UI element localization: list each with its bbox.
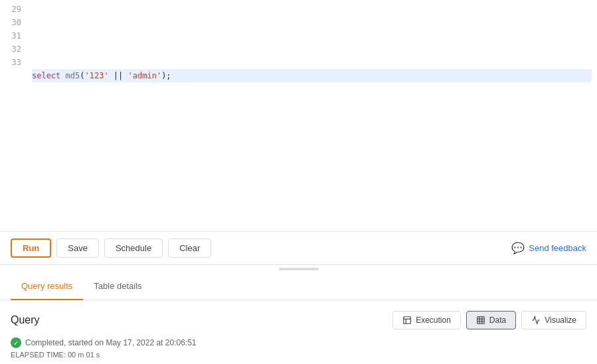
data-button[interactable]: Data xyxy=(466,311,516,329)
elapsed-label: ELAPSED TIME: xyxy=(11,351,66,359)
code-line-29 xyxy=(32,29,592,43)
data-icon xyxy=(476,316,485,325)
send-feedback-button[interactable]: 💬 Send feedback xyxy=(511,242,586,254)
query-title: Query xyxy=(11,314,40,326)
schedule-button[interactable]: Schedule xyxy=(104,238,163,258)
save-button[interactable]: Save xyxy=(56,238,99,258)
action-buttons: Execution Data Visualize xyxy=(392,311,586,329)
svg-rect-3 xyxy=(477,317,485,324)
tabs-container: Query results Table details xyxy=(0,273,597,300)
code-line-33 xyxy=(32,189,592,202)
svg-rect-0 xyxy=(404,317,411,324)
line-num-33: 33 xyxy=(8,56,21,69)
tab-query-results[interactable]: Query results xyxy=(11,273,83,300)
tab-table-details[interactable]: Table details xyxy=(83,273,152,300)
visualize-button[interactable]: Visualize xyxy=(521,311,586,329)
scroll-thumb xyxy=(279,268,319,270)
query-header: Query Execution Data Visualize xyxy=(11,311,586,329)
status-text: Completed, started on May 17, 2022 at 20… xyxy=(25,338,197,347)
line-num-29: 29 xyxy=(8,3,21,16)
execution-button[interactable]: Execution xyxy=(392,311,461,329)
scroll-indicator xyxy=(0,265,597,273)
code-line-30: select md5('123' || 'admin'); xyxy=(32,69,592,82)
code-line-32 xyxy=(32,149,592,162)
clear-button[interactable]: Clear xyxy=(168,238,211,258)
feedback-icon: 💬 xyxy=(511,242,525,254)
code-line-31 xyxy=(32,109,592,122)
visualize-icon xyxy=(531,316,541,325)
code-content[interactable]: select md5('123' || 'admin'); xyxy=(27,0,597,231)
line-num-32: 32 xyxy=(8,43,21,56)
execution-icon xyxy=(402,316,412,325)
code-editor[interactable]: 29 30 31 32 33 select md5('123' || 'admi… xyxy=(0,0,597,232)
elapsed-text: ELAPSED TIME: 00 m 01 s xyxy=(11,351,586,359)
line-num-30: 30 xyxy=(8,16,21,29)
data-label: Data xyxy=(489,316,506,325)
elapsed-value: 00 m 01 s xyxy=(68,351,100,359)
query-status: ✓ Completed, started on May 17, 2022 at … xyxy=(11,337,586,348)
execution-label: Execution xyxy=(416,316,451,325)
success-icon: ✓ xyxy=(11,337,21,348)
feedback-label: Send feedback xyxy=(529,243,586,253)
line-numbers: 29 30 31 32 33 xyxy=(0,0,27,231)
visualize-label: Visualize xyxy=(545,316,576,325)
line-num-31: 31 xyxy=(8,29,21,43)
results-area: Query Execution Data Visualize ✓ Complet… xyxy=(0,300,597,364)
run-button[interactable]: Run xyxy=(11,238,51,258)
toolbar: Run Save Schedule Clear 💬 Send feedback xyxy=(0,232,597,265)
